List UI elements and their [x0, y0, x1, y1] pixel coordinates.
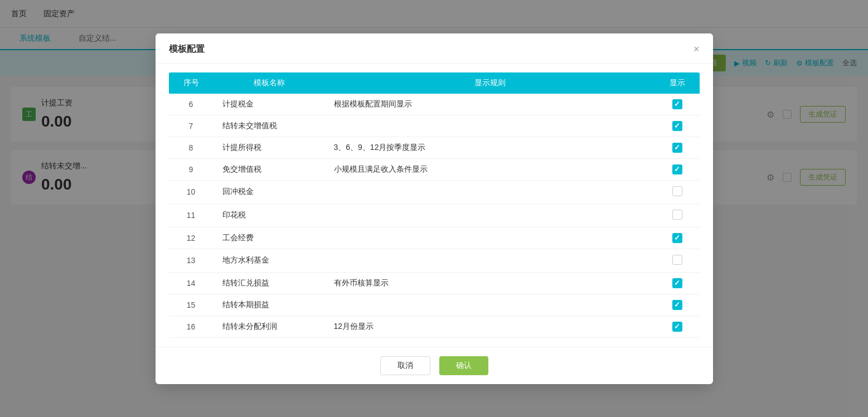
cell-rule	[325, 115, 655, 137]
cell-name: 回冲税金	[214, 180, 325, 203]
table-row: 16结转未分配利润12月份显示	[169, 316, 700, 337]
checkbox-checked[interactable]	[672, 99, 682, 109]
checkbox-checked[interactable]	[672, 278, 682, 288]
cell-rule	[325, 249, 655, 272]
cell-checkbox[interactable]	[655, 294, 700, 316]
cell-index: 6	[169, 94, 214, 115]
cell-checkbox[interactable]	[655, 137, 700, 158]
col-header-index: 序号	[169, 72, 214, 94]
checkbox-checked[interactable]	[672, 322, 682, 332]
cell-checkbox[interactable]	[655, 249, 700, 272]
modal-footer: 取消 确认	[156, 347, 713, 384]
table-header: 序号 模板名称 显示规则 显示	[169, 72, 700, 94]
cell-checkbox[interactable]	[655, 227, 700, 249]
cell-name: 结转未交增值税	[214, 115, 325, 137]
checkbox-checked[interactable]	[672, 143, 682, 153]
cell-index: 8	[169, 137, 214, 158]
checkbox-unchecked[interactable]	[672, 210, 682, 220]
cancel-button[interactable]: 取消	[380, 356, 430, 375]
modal-template-config: 模板配置 × 序号 模板名称 显示规则 显示 6计提税金根据模板配置期间显示7结…	[156, 33, 713, 384]
cell-rule	[325, 227, 655, 249]
cell-rule: 3、6、9、12月按季度显示	[325, 137, 655, 158]
cell-index: 16	[169, 316, 214, 337]
cell-rule: 小规模且满足收入条件显示	[325, 158, 655, 180]
cell-name: 结转本期损益	[214, 294, 325, 316]
cell-name: 结转汇兑损益	[214, 272, 325, 294]
confirm-button[interactable]: 确认	[439, 356, 488, 375]
cell-index: 14	[169, 272, 214, 294]
cell-index: 12	[169, 227, 214, 249]
cell-checkbox[interactable]	[655, 272, 700, 294]
cell-rule: 12月份显示	[325, 316, 655, 337]
cell-rule: 根据模板配置期间显示	[325, 94, 655, 115]
checkbox-unchecked[interactable]	[672, 186, 682, 196]
table-row: 6计提税金根据模板配置期间显示	[169, 94, 700, 115]
config-table: 序号 模板名称 显示规则 显示 6计提税金根据模板配置期间显示7结转未交增值税8…	[169, 72, 700, 338]
modal-body: 序号 模板名称 显示规则 显示 6计提税金根据模板配置期间显示7结转未交增值税8…	[156, 64, 713, 347]
table-row: 11印花税	[169, 203, 700, 227]
modal-header: 模板配置 ×	[156, 33, 713, 64]
cell-name: 计提所得税	[214, 137, 325, 158]
cell-checkbox[interactable]	[655, 180, 700, 203]
cell-index: 15	[169, 294, 214, 316]
table-row: 14结转汇兑损益有外币核算显示	[169, 272, 700, 294]
cell-index: 7	[169, 115, 214, 137]
table-row: 12工会经费	[169, 227, 700, 249]
cell-name: 免交增值税	[214, 158, 325, 180]
checkbox-checked[interactable]	[672, 164, 682, 174]
checkbox-unchecked[interactable]	[672, 255, 682, 265]
cell-rule: 有外币核算显示	[325, 272, 655, 294]
table-body: 6计提税金根据模板配置期间显示7结转未交增值税8计提所得税3、6、9、12月按季…	[169, 94, 700, 338]
table-row: 10回冲税金	[169, 180, 700, 203]
cell-name: 结转未分配利润	[214, 316, 325, 337]
cell-name: 工会经费	[214, 227, 325, 249]
cell-checkbox[interactable]	[655, 94, 700, 115]
col-header-name: 模板名称	[214, 72, 325, 94]
modal-close-button[interactable]: ×	[694, 44, 700, 54]
cell-rule	[325, 294, 655, 316]
cell-name: 印花税	[214, 203, 325, 227]
col-header-rule: 显示规则	[325, 72, 655, 94]
cell-checkbox[interactable]	[655, 316, 700, 337]
modal-overlay: 模板配置 × 序号 模板名称 显示规则 显示 6计提税金根据模板配置期间显示7结…	[0, 0, 868, 417]
table-row: 13地方水利基金	[169, 249, 700, 272]
cell-checkbox[interactable]	[655, 115, 700, 137]
cell-checkbox[interactable]	[655, 203, 700, 227]
modal-title: 模板配置	[169, 43, 205, 55]
table-header-row: 序号 模板名称 显示规则 显示	[169, 72, 700, 94]
checkbox-checked[interactable]	[672, 121, 682, 131]
cell-rule	[325, 180, 655, 203]
checkbox-checked[interactable]	[672, 233, 682, 243]
cell-rule	[325, 203, 655, 227]
cell-checkbox[interactable]	[655, 158, 700, 180]
table-row: 9免交增值税小规模且满足收入条件显示	[169, 158, 700, 180]
checkbox-checked[interactable]	[672, 300, 682, 310]
table-row: 8计提所得税3、6、9、12月按季度显示	[169, 137, 700, 158]
col-header-display: 显示	[655, 72, 700, 94]
cell-index: 9	[169, 158, 214, 180]
cell-index: 13	[169, 249, 214, 272]
cell-name: 计提税金	[214, 94, 325, 115]
cell-index: 10	[169, 180, 214, 203]
cell-index: 11	[169, 203, 214, 227]
table-row: 7结转未交增值税	[169, 115, 700, 137]
table-row: 15结转本期损益	[169, 294, 700, 316]
cell-name: 地方水利基金	[214, 249, 325, 272]
